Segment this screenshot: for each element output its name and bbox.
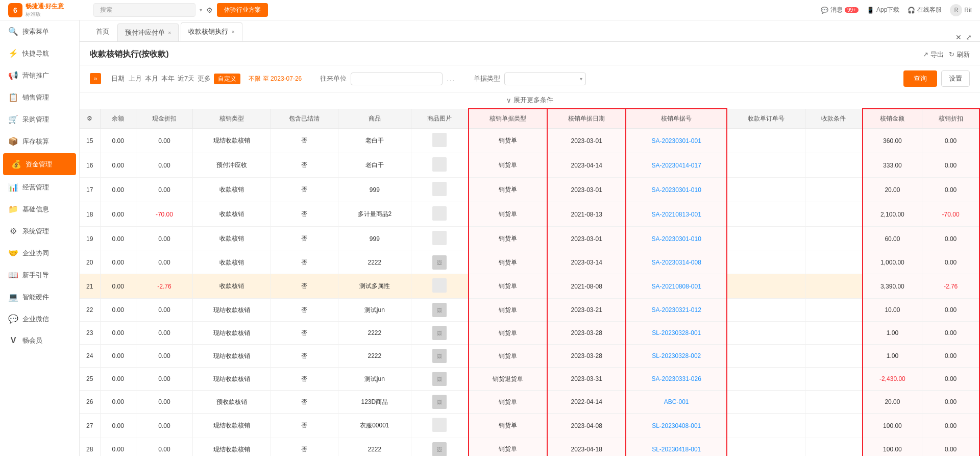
top-bar-right: 💬 消息 99+ 📱 App下载 🎧 在线客服 R Rit xyxy=(821,4,972,16)
bill-no-link[interactable]: SA-20230414-017 xyxy=(651,162,701,169)
row-bill-no[interactable]: SA-20230414-017 xyxy=(626,153,727,178)
row-bill-no[interactable]: SL-20230408-001 xyxy=(626,414,727,438)
bill-type-input[interactable] xyxy=(504,73,586,85)
row-product-img xyxy=(411,414,469,438)
row-writeoff-amt: 20.00 xyxy=(863,178,922,202)
app-download-item[interactable]: 📱 App下载 xyxy=(867,6,899,14)
this-year-link[interactable]: 本年 xyxy=(161,74,175,83)
row-product-img: 🖼 xyxy=(411,299,469,322)
sidebar-item-search[interactable]: 🔍 搜索菜单 xyxy=(0,20,79,42)
last-month-link[interactable]: 上月 xyxy=(129,74,142,83)
sidebar-item-purchase[interactable]: 🛒 采购管理 xyxy=(0,108,79,130)
tab-writeoff-close[interactable]: × xyxy=(231,29,234,35)
counterparty-input[interactable] xyxy=(351,73,443,85)
row-writeoff-type: 收款核销 xyxy=(193,178,271,202)
bill-no-link[interactable]: SA-20230331-026 xyxy=(651,375,701,382)
row-bill-no[interactable]: SA-20210813-001 xyxy=(626,202,727,227)
bill-no-link[interactable]: ABC-001 xyxy=(664,398,689,405)
sidebar-item-marketing[interactable]: 📢 营销推广 xyxy=(0,64,79,86)
row-product: 多计量商品2 xyxy=(338,202,411,227)
more-link[interactable]: 更多 xyxy=(198,74,211,83)
trial-button[interactable]: 体验行业方案 xyxy=(217,3,268,17)
refresh-button[interactable]: ↻ 刷新 xyxy=(949,50,970,59)
bill-no-link[interactable]: SA-20230301-010 xyxy=(651,186,701,194)
sidebar-item-sales[interactable]: 📋 销售管理 xyxy=(0,86,79,108)
row-bill-no[interactable]: SA-20230301-010 xyxy=(626,178,727,202)
top-search[interactable]: 搜索 xyxy=(93,3,195,17)
sidebar-item-inventory[interactable]: 📦 库存核算 xyxy=(0,130,79,152)
sidebar-item-wechat[interactable]: 💬 企业微信 xyxy=(0,308,79,330)
bill-no-link[interactable]: SL-20230408-001 xyxy=(652,422,701,429)
bill-no-link[interactable]: SL-20230328-001 xyxy=(652,329,701,337)
sidebar-item-finance[interactable]: 💰 资金管理 xyxy=(3,153,76,175)
row-bill-no[interactable]: SL-20230328-002 xyxy=(626,345,727,368)
sidebar-item-hardware[interactable]: 💻 智能硬件 xyxy=(0,286,79,308)
row-bill-date: 2023-03-28 xyxy=(547,322,626,345)
bill-no-link[interactable]: SA-20210808-001 xyxy=(651,283,701,290)
row-cash-discount: 0.00 xyxy=(136,345,192,368)
row-bill-no[interactable]: SA-20230331-026 xyxy=(626,368,727,391)
row-order-no xyxy=(727,178,805,202)
tab-home[interactable]: 首页 xyxy=(88,23,117,41)
query-button[interactable]: 查询 xyxy=(903,70,937,87)
online-service-item[interactable]: 🎧 在线客服 xyxy=(908,6,942,14)
sidebar-item-system[interactable]: ⚙ 系统管理 xyxy=(0,220,79,242)
row-product-img: 🖼 xyxy=(411,322,469,345)
layout: 🔍 搜索菜单 ⚡ 快捷导航 📢 营销推广 📋 销售管理 🛒 采购管理 📦 库存核… xyxy=(0,20,980,456)
sidebar-item-member[interactable]: V 畅会员 xyxy=(0,330,79,351)
row-bill-date: 2023-03-01 xyxy=(547,129,626,153)
row-bill-no[interactable]: SL-20230328-001 xyxy=(626,322,727,345)
expand-sidebar-icon[interactable]: » xyxy=(90,73,101,84)
row-bill-no[interactable]: SA-20230321-012 xyxy=(626,299,727,322)
filter-settings-button[interactable]: 设置 xyxy=(941,70,970,87)
filter-bar: » 日期 上月 本月 本年 近7天 更多 自定义 不限 至 2023-07-26… xyxy=(80,65,980,92)
col-included: 包含已结清 xyxy=(271,109,338,129)
bill-no-link[interactable]: SA-20230321-012 xyxy=(651,306,701,314)
user-avatar[interactable]: R Rit xyxy=(950,4,972,16)
row-bill-no[interactable]: SA-20230301-010 xyxy=(626,227,727,251)
maximize-window-icon[interactable]: ⤢ xyxy=(966,33,972,41)
bill-no-link[interactable]: SA-20230301-001 xyxy=(651,137,701,145)
last7-link[interactable]: 近7天 xyxy=(178,74,194,83)
close-window-icon[interactable]: ✕ xyxy=(955,33,962,41)
system-icon: ⚙ xyxy=(8,226,18,236)
bill-no-link[interactable]: SL-20230418-001 xyxy=(652,446,701,453)
messages-item[interactable]: 💬 消息 99+ xyxy=(821,6,859,14)
sidebar-item-basic-info[interactable]: 📁 基础信息 xyxy=(0,198,79,220)
sidebar-item-guide[interactable]: 📖 新手引导 xyxy=(0,264,79,286)
export-button[interactable]: ↗ 导出 xyxy=(923,50,944,59)
row-bill-no[interactable]: SA-20210808-001 xyxy=(626,274,727,299)
row-bill-no[interactable]: SL-20230418-001 xyxy=(626,438,727,457)
row-included: 否 xyxy=(271,438,338,457)
settings-icon[interactable]: ⚙ xyxy=(206,6,213,14)
bill-no-link[interactable]: SA-20230314-008 xyxy=(651,259,701,266)
tab-writeoff[interactable]: 收款核销执行 × xyxy=(181,22,242,41)
product-image: 🖼 xyxy=(432,395,447,409)
row-bill-no[interactable]: ABC-001 xyxy=(626,391,727,414)
row-bill-no[interactable]: SA-20230301-001 xyxy=(626,129,727,153)
tab-prepay-close[interactable]: × xyxy=(168,30,171,36)
sidebar-item-quicknav[interactable]: ⚡ 快捷导航 xyxy=(0,42,79,64)
row-product-img xyxy=(411,274,469,299)
custom-date-button[interactable]: 自定义 xyxy=(214,74,240,84)
table-row: 260.000.00预收款核销否123D商品🖼销货单2022-04-14ABC-… xyxy=(80,391,979,414)
row-bill-type: 销货单 xyxy=(469,274,547,299)
product-image xyxy=(432,418,447,432)
this-month-link[interactable]: 本月 xyxy=(145,74,158,83)
sidebar-item-operations[interactable]: 📊 经营管理 xyxy=(0,176,79,198)
product-image xyxy=(432,133,447,147)
expand-chevron-icon: ∨ xyxy=(506,97,511,104)
tab-prepay[interactable]: 预付冲应付单 × xyxy=(117,23,179,41)
bill-no-link[interactable]: SL-20230328-002 xyxy=(652,352,701,359)
sidebar-label-inventory: 库存核算 xyxy=(22,137,49,146)
expand-button[interactable]: ∨ 展开更多条件 xyxy=(506,95,553,105)
bill-no-link[interactable]: SA-20230301-010 xyxy=(651,235,701,243)
col-order-no: 收款单订单号 xyxy=(727,109,805,129)
row-included: 否 xyxy=(271,322,338,345)
col-settings[interactable]: ⚙ xyxy=(80,109,100,129)
sidebar-item-enterprise[interactable]: 🤝 企业协同 xyxy=(0,242,79,264)
row-writeoff-amt: 100.00 xyxy=(863,414,922,438)
bill-no-link[interactable]: SA-20210813-001 xyxy=(651,211,701,218)
row-writeoff-amt: 1.00 xyxy=(863,345,922,368)
row-bill-no[interactable]: SA-20230314-008 xyxy=(626,251,727,274)
